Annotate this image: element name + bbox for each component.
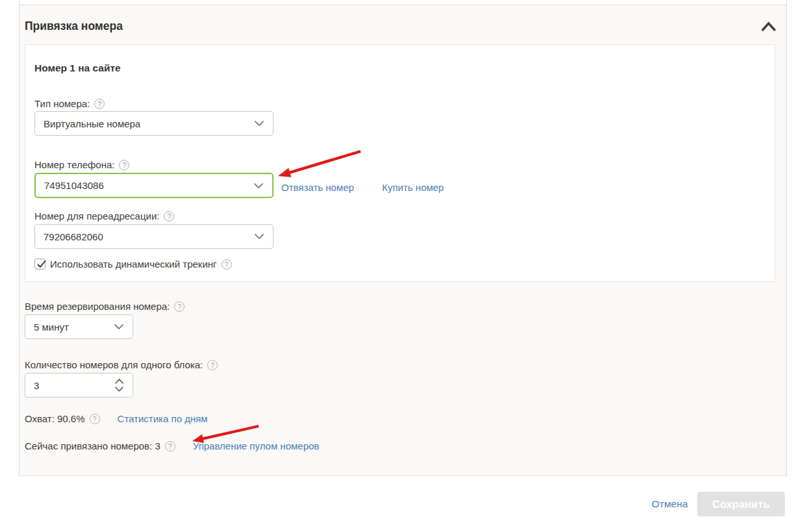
chevron-down-icon [114, 324, 123, 329]
cancel-button[interactable]: Отмена [652, 498, 688, 510]
unbind-number-link[interactable]: Отвязать номер [281, 182, 354, 193]
redirect-number-label: Номер для переадресации: ? [34, 210, 174, 222]
number-pool-link[interactable]: Управление пулом номеров [193, 440, 320, 451]
numbers-per-block-label: Количество номеров для одного блока: ? [25, 359, 218, 370]
panel-title: Привязка номера [25, 19, 123, 33]
bound-numbers-text: Сейчас привязано номеров: 3 [25, 440, 160, 451]
chevron-up-icon [760, 20, 777, 33]
numbers-per-block-input[interactable]: 3 [25, 373, 133, 398]
phone-number-label: Номер телефона: ? [34, 159, 129, 170]
chevron-down-icon [254, 183, 263, 188]
buy-number-link[interactable]: Купить номер [382, 182, 444, 193]
help-icon[interactable]: ? [94, 99, 105, 109]
panel-top-divider [19, 0, 786, 5]
stepper-down-button[interactable] [115, 386, 123, 392]
help-icon[interactable]: ? [174, 301, 185, 312]
dynamic-tracking-checkbox[interactable] [34, 259, 45, 270]
help-icon[interactable]: ? [164, 211, 174, 222]
dynamic-tracking-row: Использовать динамический трекинг ? [34, 259, 232, 270]
stepper-up-button[interactable] [115, 379, 123, 384]
dynamic-tracking-label: Использовать динамический трекинг ? [50, 259, 232, 270]
chevron-down-icon [255, 121, 264, 126]
number-stepper [115, 379, 123, 392]
checkmark-icon [36, 259, 47, 270]
help-icon[interactable]: ? [207, 360, 218, 370]
coverage-text: Охват: 90.6% [25, 413, 85, 424]
help-icon[interactable]: ? [90, 414, 100, 424]
redirect-number-select[interactable]: 79206682060 [34, 224, 274, 249]
help-icon[interactable]: ? [165, 441, 175, 451]
number-type-select[interactable]: Виртуальные номера [34, 111, 274, 136]
help-icon[interactable]: ? [119, 160, 129, 170]
coverage-row: Охват: 90.6% ? Статистика по дням [25, 413, 208, 424]
reservation-time-label: Время резервирования номера: ? [25, 301, 185, 312]
phone-number-select[interactable]: 74951043086 [34, 173, 274, 198]
collapse-section-button[interactable] [759, 18, 778, 35]
daily-stats-link[interactable]: Статистика по дням [118, 413, 208, 424]
card-title: Номер 1 на сайте [34, 62, 121, 74]
save-button[interactable]: Сохранить [697, 492, 785, 516]
chevron-down-icon [255, 234, 264, 239]
bound-numbers-row: Сейчас привязано номеров: 3 ? Управление… [25, 440, 319, 451]
help-icon[interactable]: ? [222, 259, 232, 270]
reservation-time-select[interactable]: 5 минут [25, 314, 133, 339]
number-type-label: Тип номера: ? [34, 98, 105, 109]
